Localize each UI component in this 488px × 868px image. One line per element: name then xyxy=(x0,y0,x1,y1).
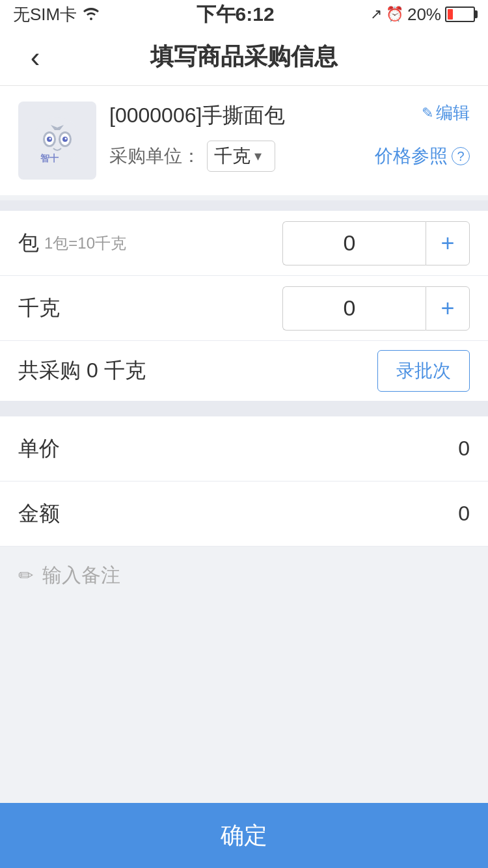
status-bar: 无SIM卡 下午6:12 ↗ ⏰ 20% xyxy=(0,0,488,29)
edit-label: 编辑 xyxy=(436,102,470,124)
info-section: 单价 0 金额 0 xyxy=(0,416,488,547)
wifi-icon xyxy=(82,5,100,25)
price-ref-button[interactable]: 价格参照 ? xyxy=(375,144,470,169)
unit-price-label: 单价 xyxy=(18,435,60,463)
location-icon: ↗ xyxy=(370,6,382,23)
nav-bar: ‹ 填写商品采购信息 xyxy=(0,29,488,86)
kg-plus-button[interactable]: + xyxy=(426,286,470,331)
product-info: [0000006]手撕面包 ✎ 编辑 采购单位： 千克 ▾ 价格参照 ? xyxy=(109,102,470,172)
carrier-label: 无SIM卡 xyxy=(13,3,77,26)
unit-label: 采购单位： xyxy=(109,144,200,169)
back-icon: ‹ xyxy=(31,41,40,74)
bag-input[interactable] xyxy=(282,221,426,265)
total-label: 共采购 0 千克 xyxy=(18,357,146,385)
pencil-icon: ✏ xyxy=(18,565,33,586)
svg-point-8 xyxy=(65,138,67,140)
product-unit-row: 采购单位： 千克 ▾ 价格参照 ? xyxy=(109,141,470,172)
edit-button[interactable]: ✎ 编辑 xyxy=(422,102,470,124)
kg-input[interactable] xyxy=(282,286,426,331)
confirm-label: 确定 xyxy=(221,820,267,852)
unit-price-row: 单价 0 xyxy=(0,416,488,481)
batch-button[interactable]: 录批次 xyxy=(377,350,470,392)
empty-area xyxy=(0,604,488,813)
bag-input-controls: + xyxy=(282,221,470,265)
battery-percent: 20% xyxy=(407,5,441,25)
confirm-bar[interactable]: 确定 xyxy=(0,803,488,868)
unit-value: 千克 xyxy=(214,144,251,169)
product-thumbnail: 智十 xyxy=(18,102,96,180)
unit-select[interactable]: 千克 ▾ xyxy=(207,141,275,172)
unit-dropdown-arrow: ▾ xyxy=(254,148,262,165)
bag-label: 包 xyxy=(18,229,39,258)
product-name-row: [0000006]手撕面包 ✎ 编辑 xyxy=(109,102,470,130)
bag-sublabel: 1包=10千克 xyxy=(44,233,282,254)
battery-icon xyxy=(445,7,475,22)
product-name: [0000006]手撕面包 xyxy=(109,102,415,130)
section-separator-2 xyxy=(0,406,488,416)
bag-plus-button[interactable]: + xyxy=(426,221,470,265)
note-placeholder: 输入备注 xyxy=(42,562,120,589)
amount-row: 金额 0 xyxy=(0,481,488,547)
svg-point-7 xyxy=(49,138,51,140)
note-section[interactable]: ✏ 输入备注 xyxy=(0,547,488,604)
amount-label: 金额 xyxy=(18,500,60,528)
status-right: ↗ ⏰ 20% xyxy=(370,5,475,25)
price-ref-icon: ? xyxy=(452,147,470,165)
kg-input-row: 千克 + xyxy=(0,276,488,341)
alarm-icon: ⏰ xyxy=(386,6,403,23)
edit-icon: ✎ xyxy=(422,105,433,122)
bag-input-row: 包 1包=10千克 + xyxy=(0,211,488,276)
product-card: 智十 [0000006]手撕面包 ✎ 编辑 采购单位： 千克 ▾ 价格参照 ? xyxy=(0,86,488,200)
nav-title: 填写商品采购信息 xyxy=(150,41,338,73)
kg-label: 千克 xyxy=(18,294,60,323)
status-time: 下午6:12 xyxy=(197,1,275,28)
kg-input-controls: + xyxy=(282,286,470,331)
total-row: 共采购 0 千克 录批次 xyxy=(0,341,488,406)
section-separator-1 xyxy=(0,200,488,211)
status-left: 无SIM卡 xyxy=(13,3,100,26)
price-ref-label: 价格参照 xyxy=(375,144,448,169)
product-logo: 智十 xyxy=(18,102,96,180)
unit-price-value: 0 xyxy=(458,437,470,461)
svg-text:智十: 智十 xyxy=(40,153,59,163)
amount-value: 0 xyxy=(458,502,470,526)
input-section: 包 1包=10千克 + 千克 + xyxy=(0,211,488,341)
back-button[interactable]: ‹ xyxy=(16,38,55,77)
